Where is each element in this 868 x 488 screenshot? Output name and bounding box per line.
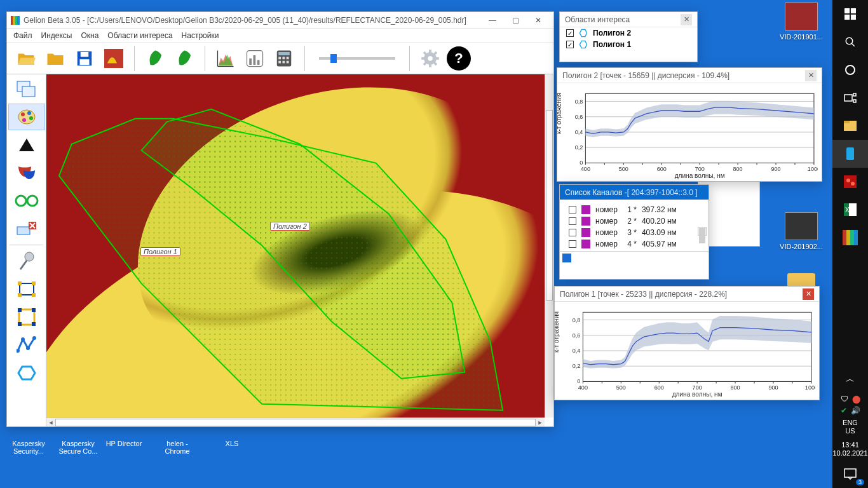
windows-icon[interactable] <box>8 76 45 102</box>
palette-button[interactable] <box>101 46 126 71</box>
phone-icon[interactable] <box>832 140 868 168</box>
scrollbar-thumb[interactable] <box>55 419 536 426</box>
notifications-icon[interactable]: 3 <box>832 460 868 488</box>
clear-icon[interactable] <box>8 215 45 242</box>
channel-row[interactable]: номер2 *400.20 нм <box>564 215 697 227</box>
menu-item-roi[interactable]: Области интереса <box>107 31 172 40</box>
checkbox-icon[interactable] <box>569 217 576 225</box>
checkbox-icon[interactable] <box>569 240 576 248</box>
leaf1-button[interactable] <box>142 46 168 71</box>
excel-icon[interactable]: X <box>832 196 868 224</box>
panel-titlebar[interactable]: Список Каналов - [ 204:397-1004::3.0 ] <box>560 185 709 200</box>
checkbox-icon[interactable]: ✓ <box>566 41 574 48</box>
svg-rect-13 <box>278 60 281 63</box>
shield-icon[interactable]: 🛡 <box>841 395 848 403</box>
warn-icon[interactable]: ⬤ <box>852 395 860 403</box>
taskview-icon[interactable] <box>832 84 868 112</box>
tray-icons[interactable]: ✔ 🔊 <box>841 405 860 416</box>
tray-clock[interactable]: 13:41 10.02.2021 <box>832 438 867 460</box>
tray-date: 10.02.2021 <box>832 449 867 458</box>
slider-knob[interactable] <box>330 54 337 63</box>
vertical-scrollbar[interactable] <box>698 227 707 236</box>
leaf2-button[interactable] <box>172 46 197 71</box>
close-button[interactable]: ✕ <box>527 13 550 27</box>
titlebar[interactable]: Gelion Beta 3.05 - [C:/Users/LENOVO/Desk… <box>7 12 553 29</box>
masks-icon[interactable] <box>8 159 45 186</box>
volume-icon[interactable]: 🔊 <box>851 406 860 415</box>
start-icon[interactable] <box>832 0 868 28</box>
tray-icons[interactable]: 🛡 ⬤ <box>841 393 860 405</box>
blue-scroll[interactable] <box>560 251 709 264</box>
scroll-left-icon[interactable]: ◄ <box>46 419 55 426</box>
channel-row[interactable]: номер4 *405.97 нм <box>564 238 697 250</box>
desktop-label[interactable]: Kaspersky Secure Co... <box>56 440 100 455</box>
minimize-button[interactable]: — <box>481 13 504 27</box>
svg-text:900: 900 <box>771 166 780 172</box>
menu-item-file[interactable]: Файл <box>13 31 32 40</box>
palette-icon[interactable] <box>8 104 45 130</box>
channel-row[interactable]: номер1 *397.32 нм <box>564 204 697 215</box>
close-icon[interactable]: ✕ <box>805 70 817 81</box>
polyline-icon[interactable] <box>8 332 45 358</box>
tray-lang[interactable]: ENG US <box>843 416 858 438</box>
svg-point-30 <box>27 111 31 115</box>
help-button[interactable]: ? <box>447 46 471 71</box>
settings-button[interactable] <box>417 46 443 71</box>
calculator-button[interactable] <box>271 46 297 71</box>
svg-point-56 <box>32 336 36 340</box>
left-toolbox <box>7 74 46 426</box>
desktop-icon-vid1[interactable]: VID-201901... <box>779 3 824 41</box>
close-icon[interactable]: ✕ <box>681 14 692 25</box>
panel-titlebar[interactable]: Полигон 2 [точек - 15659 || дисперсия - … <box>557 68 822 83</box>
panel-titlebar[interactable]: Области интереса ✕ <box>560 12 697 27</box>
svg-rect-2 <box>80 59 90 65</box>
chevron-up-icon[interactable]: ︿ <box>832 365 868 393</box>
hexagon-icon[interactable] <box>8 360 45 386</box>
cortana-icon[interactable] <box>832 56 868 84</box>
svg-text:0,4: 0,4 <box>573 348 581 354</box>
notification-badge: 3 <box>856 479 864 485</box>
explorer-icon[interactable] <box>832 112 868 140</box>
desktop-label[interactable]: HP Director <box>102 440 146 447</box>
chart-panel-polygon2: Полигон 2 [точек - 15659 || дисперсия - … <box>557 67 822 182</box>
horizontal-scrollbar[interactable]: ◄ ► <box>46 417 545 426</box>
check-icon[interactable]: ✔ <box>841 406 847 415</box>
vertical-scrollbar[interactable] <box>545 74 553 417</box>
save-button[interactable] <box>72 46 97 71</box>
roi-item[interactable]: ✓ Полигон 1 <box>560 39 697 50</box>
search-icon[interactable] <box>832 28 868 56</box>
close-icon[interactable]: ✕ <box>803 288 814 300</box>
barchart-button[interactable] <box>242 46 268 71</box>
square-select-icon[interactable] <box>8 304 45 330</box>
menu-item-indexes[interactable]: Индексы <box>41 31 72 40</box>
menu-item-windows[interactable]: Окна <box>81 31 98 40</box>
prism-icon[interactable] <box>8 132 45 158</box>
image-canvas[interactable]: Полигон 1 Полигон 2 <box>46 74 545 417</box>
menu-item-settings[interactable]: Настройки <box>182 31 219 40</box>
roi-item[interactable]: ✓ Полигон 2 <box>560 27 697 39</box>
desktop-icon-vid2[interactable]: VID-201902... <box>779 212 824 250</box>
svg-text:600: 600 <box>657 166 667 172</box>
histogram-button[interactable] <box>213 46 238 71</box>
desktop-label[interactable]: XLS <box>210 440 254 447</box>
maximize-button[interactable]: ▢ <box>504 13 527 27</box>
scrollbar-thumb[interactable] <box>562 254 571 262</box>
zoom-slider[interactable] <box>319 57 395 60</box>
desktop-label[interactable]: Kaspersky Security... <box>6 440 51 455</box>
scroll-right-icon[interactable]: ► <box>536 419 545 426</box>
pin-icon[interactable] <box>8 248 45 274</box>
checkbox-icon[interactable] <box>569 229 576 236</box>
checkbox-icon[interactable]: ✓ <box>566 29 574 37</box>
red-app-icon[interactable] <box>832 168 868 196</box>
scrollbar-thumb[interactable] <box>699 228 705 243</box>
scrollbar-thumb[interactable] <box>546 110 553 301</box>
channel-row[interactable]: номер3 *403.09 нм <box>564 227 697 238</box>
folder-button[interactable] <box>43 46 68 71</box>
open-button[interactable] <box>13 46 39 71</box>
gelion-icon[interactable] <box>832 224 868 252</box>
glasses-icon[interactable] <box>8 187 45 214</box>
rect-select-icon[interactable] <box>8 276 45 302</box>
checkbox-icon[interactable] <box>569 206 576 214</box>
panel-titlebar[interactable]: Полигон 1 [точек - 25233 || дисперсия - … <box>555 287 819 302</box>
desktop-label[interactable]: helen - Chrome <box>155 440 200 455</box>
